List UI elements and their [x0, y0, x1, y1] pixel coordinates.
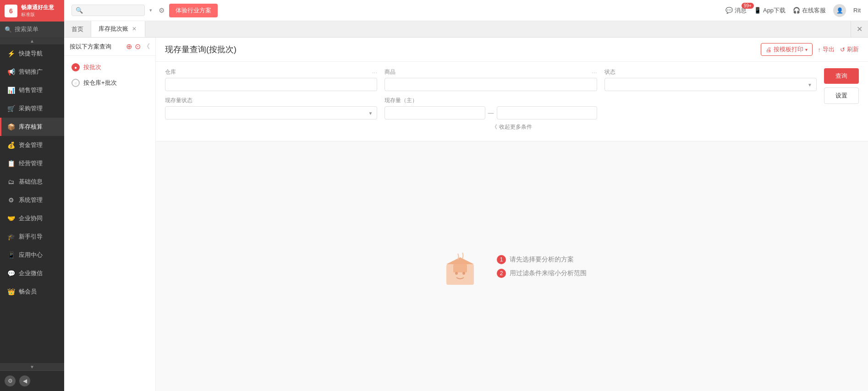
svg-point-3 — [455, 272, 458, 275]
empty-tip-1: 1 请先选择要分析的方案 — [497, 255, 587, 264]
topbar-search-input[interactable] — [85, 7, 121, 14]
sidebar-item-quicknav[interactable]: ⚡ 快捷导航 — [0, 44, 64, 63]
sidebar-item-purchase[interactable]: 🛒 采购管理 — [0, 99, 64, 118]
sidebar-item-label: 营销推广 — [19, 68, 43, 76]
scheme-item-by-warehouse-batch[interactable]: ○ 按仓库+批次 — [64, 75, 155, 91]
print-chevron-icon: ▾ — [805, 47, 808, 52]
sidebar-item-basic[interactable]: 🗂 基础信息 — [0, 173, 64, 191]
online-service-button[interactable]: 🎧 在线客服 — [793, 6, 826, 15]
sidebar-item-finance[interactable]: 💰 资金管理 — [0, 136, 64, 154]
sidebar-item-label: 采购管理 — [19, 104, 43, 113]
sidebar-item-marketing[interactable]: 📢 营销推广 — [0, 63, 64, 81]
add-scheme-icon[interactable]: ⊕ — [126, 42, 132, 51]
tabs-bar: 首页 库存批次账 ✕ ✕ — [64, 21, 868, 38]
tip-text-2: 用过滤条件来缩小分析范围 — [510, 269, 587, 277]
app-version: 标准版 — [21, 11, 54, 18]
query-button[interactable]: 查询 — [824, 68, 859, 84]
refresh-button[interactable]: ↺ 刷新 — [840, 45, 859, 54]
settings-footer-icon[interactable]: ⚙ — [5, 375, 16, 386]
scheme-label: 按仓库+批次 — [83, 79, 117, 87]
inventory-qty-max-input[interactable] — [497, 106, 597, 119]
warehouse-label: 仓库 — [165, 68, 176, 76]
trial-button[interactable]: 体验行业方案 — [169, 4, 218, 17]
tab-home[interactable]: 首页 — [64, 21, 91, 37]
search-icon: 🔍 — [5, 26, 12, 33]
refresh-icon: ↺ — [840, 46, 845, 53]
collapse-label: 收起更多条件 — [499, 123, 532, 131]
topbar-search-icon: 🔍 — [76, 7, 83, 14]
warehouse-input[interactable] — [165, 78, 377, 91]
tab-close-icon[interactable]: ✕ — [131, 26, 137, 32]
sidebar-item-operations[interactable]: 📋 经营管理 — [0, 154, 64, 173]
sidebar-item-system[interactable]: ⚙ 系统管理 — [0, 191, 64, 209]
warehouse-more-icon[interactable]: ··· — [372, 69, 378, 76]
sidebar: 6 畅康通好生意 标准版 🔍 搜索菜单 ▲ ⚡ 快捷导航 📢 营销推广 📊 销售… — [0, 0, 64, 391]
sidebar-header: 6 畅康通好生意 标准版 — [0, 0, 64, 22]
scheme-title: 按以下方案查询 — [70, 43, 111, 51]
sidebar-item-label: 基础信息 — [19, 178, 43, 186]
scheme-settings-icon[interactable]: ⊙ — [135, 42, 141, 51]
sidebar-item-label: 销售管理 — [19, 86, 43, 94]
sidebar-scroll-up[interactable]: ▲ — [0, 37, 64, 44]
topbar-gear-icon[interactable]: ⚙ — [159, 6, 165, 15]
sales-icon: 📊 — [7, 86, 15, 94]
headset-icon: 🎧 — [793, 7, 800, 14]
enterprise-icon: 🤝 — [7, 214, 15, 223]
left-panel-actions: ⊕ ⊙ 《 — [126, 42, 150, 51]
product-input[interactable] — [385, 78, 597, 91]
sidebar-item-appcenter[interactable]: 📱 应用中心 — [0, 246, 64, 264]
collapse-more-button[interactable]: 《 收起更多条件 — [165, 119, 859, 135]
sidebar-item-label: 企业协同 — [19, 214, 43, 223]
inventory-status-select[interactable] — [165, 106, 377, 119]
toggle-sidebar-icon[interactable]: ◀ — [19, 375, 30, 386]
sidebar-item-label: 快捷导航 — [19, 49, 43, 58]
svg-rect-2 — [453, 264, 467, 272]
product-more-icon[interactable]: ··· — [592, 69, 597, 76]
sidebar-search[interactable]: 🔍 搜索菜单 — [0, 22, 64, 37]
tab-inventory-batch[interactable]: 库存批次账 ✕ — [91, 21, 145, 37]
inventory-qty-min-input[interactable] — [385, 106, 485, 119]
status-label: 状态 — [604, 68, 615, 76]
user-avatar[interactable]: 👤 — [833, 4, 846, 17]
username-label: Rit — [853, 7, 861, 14]
topbar-chevron-icon[interactable]: ▾ — [149, 7, 152, 13]
scheme-item-by-batch[interactable]: ● 按批次 — [64, 60, 155, 75]
filter-area: 仓库 ··· 商品 ··· — [156, 62, 868, 141]
export-button[interactable]: ↑ 导出 — [818, 45, 835, 54]
inventory-icon: 📦 — [7, 123, 15, 131]
status-select[interactable] — [604, 78, 817, 91]
app-download-button[interactable]: 📱 App下载 — [754, 6, 786, 15]
sidebar-scroll-down[interactable]: ▼ — [0, 363, 64, 370]
tabs-close-all-icon[interactable]: ✕ — [851, 21, 868, 37]
range-dash: — — [488, 109, 494, 116]
tab-inventory-batch-label: 库存批次账 — [99, 25, 128, 33]
product-field: 商品 ··· — [385, 68, 597, 91]
app-logo: 6 — [5, 5, 17, 17]
message-icon: 💬 — [725, 7, 733, 14]
appcenter-icon: 📱 — [7, 251, 15, 259]
search-label: 搜索菜单 — [15, 25, 38, 33]
collapse-panel-icon[interactable]: 《 — [143, 43, 150, 51]
sidebar-item-inventory[interactable]: 📦 库存核算 — [0, 118, 64, 136]
sidebar-item-member[interactable]: 👑 畅会员 — [0, 282, 64, 301]
print-button[interactable]: 🖨 按模板打印 ▾ — [761, 43, 813, 56]
sidebar-item-newbie[interactable]: 🎓 新手引导 — [0, 228, 64, 246]
scheme-outline-dot: ○ — [71, 79, 80, 87]
tip-num-2: 2 — [497, 269, 506, 278]
tip-text-1: 请先选择要分析的方案 — [510, 255, 574, 264]
sidebar-item-label: 系统管理 — [19, 196, 43, 204]
sidebar-item-label: 企业微信 — [19, 269, 43, 277]
settings-button[interactable]: 设置 — [824, 87, 859, 104]
messages-button[interactable]: 💬 消息 99+ — [725, 6, 747, 15]
main-area: 🔍 ▾ ⚙ 体验行业方案 💬 消息 99+ 📱 App下载 🎧 在线客服 👤 — [64, 0, 868, 391]
sidebar-item-corpwx[interactable]: 💬 企业微信 — [0, 264, 64, 282]
topbar: 🔍 ▾ ⚙ 体验行业方案 💬 消息 99+ 📱 App下载 🎧 在线客服 👤 — [64, 0, 868, 21]
page-header-actions: 🖨 按模板打印 ▾ ↑ 导出 ↺ 刷新 — [761, 43, 859, 61]
sidebar-item-enterprise[interactable]: 🤝 企业协同 — [0, 209, 64, 228]
quicknav-icon: ⚡ — [7, 49, 15, 58]
sidebar-item-label: 新手引导 — [19, 233, 43, 241]
phone-icon: 📱 — [754, 7, 761, 14]
topbar-search-box[interactable]: 🔍 — [71, 5, 145, 16]
scheme-active-dot: ● — [71, 63, 80, 71]
sidebar-item-sales[interactable]: 📊 销售管理 — [0, 81, 64, 99]
